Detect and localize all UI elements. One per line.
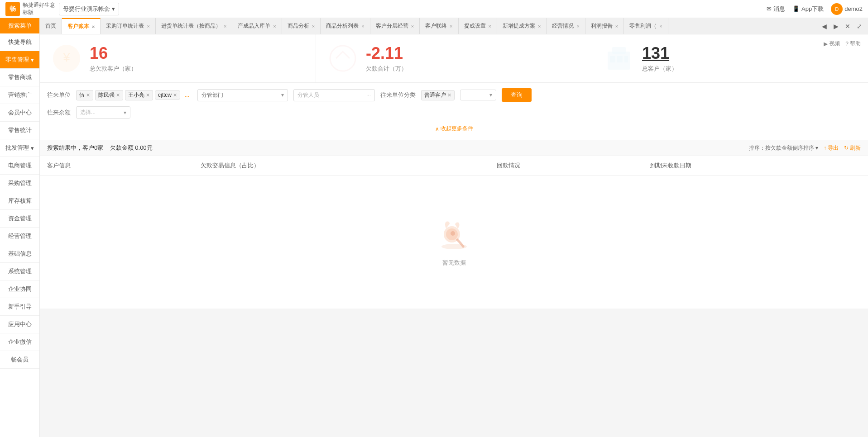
filter-person-input[interactable]: 分管人员 ··· bbox=[293, 89, 375, 101]
query-button[interactable]: 查询 bbox=[502, 88, 532, 102]
tab-close-promotion-settings[interactable]: × bbox=[489, 24, 491, 29]
tab-customer-tier[interactable]: 客户分层经营× bbox=[370, 18, 420, 34]
sort-btn[interactable]: 排序：按欠款金额倒序排序 ▾ bbox=[749, 144, 818, 152]
video-helper-btn[interactable]: ▶ 视频 bbox=[824, 40, 840, 48]
sidebar-item-purchase-mgmt[interactable]: 采购管理 bbox=[0, 175, 39, 192]
tab-prev-btn[interactable]: ◀ bbox=[819, 21, 829, 31]
sidebar-item-vip-member[interactable]: 畅会员 bbox=[0, 351, 39, 369]
tab-customer-contact[interactable]: 客户联络× bbox=[420, 18, 458, 34]
tab-close-business-status[interactable]: × bbox=[576, 24, 579, 29]
quick-nav-label: 快捷导航 bbox=[8, 38, 32, 46]
filter-dept-select[interactable]: 分管部门 ▾ bbox=[197, 89, 288, 101]
logo-icon: 畅 bbox=[5, 2, 20, 16]
results-actions: 排序：按欠款金额倒序排序 ▾ ↑ 导出 ↻ 刷新 bbox=[749, 144, 861, 152]
stat-text-customers: 16 总欠款客户（家） bbox=[90, 44, 137, 73]
tab-close-customer-account[interactable]: × bbox=[92, 24, 95, 29]
collapse-icon: ∧ bbox=[435, 126, 439, 132]
stats-row: ¥ 16 总欠款客户（家） bbox=[40, 34, 868, 83]
sidebar-item-app-center[interactable]: 应用中心 bbox=[0, 316, 39, 333]
tab-purchase-orders[interactable]: 采购订单统计表× bbox=[101, 18, 155, 34]
sidebar-item-wholesale-mgmt[interactable]: 批发管理▾ bbox=[0, 139, 39, 157]
help-helper-label: 帮助 bbox=[850, 40, 861, 48]
tab-product-analysis-list[interactable]: 商品分析列表× bbox=[321, 18, 370, 34]
export-icon: ↑ bbox=[824, 145, 826, 151]
tab-retail-profit[interactable]: 零售利润（× bbox=[624, 18, 668, 34]
tab-product-analysis[interactable]: 商品分析× bbox=[282, 18, 321, 34]
sidebar-item-retail-mall[interactable]: 零售商城 bbox=[0, 69, 39, 86]
filter-tag-normal-remove[interactable]: ✕ bbox=[447, 92, 451, 98]
app-download-btn[interactable]: 📱 App下载 bbox=[792, 5, 824, 13]
help-icon: ? bbox=[845, 41, 849, 47]
tab-stock-stats[interactable]: 进货单统计表（按商品）× bbox=[156, 18, 232, 34]
filter-tag-wang-remove[interactable]: ✕ bbox=[146, 92, 150, 98]
stat-helpers: ▶ 视频 ? 帮助 bbox=[824, 40, 861, 48]
col-debt-info: 欠款交易信息（占比） bbox=[193, 156, 489, 176]
more-tags-btn[interactable]: ... bbox=[182, 91, 192, 99]
sidebar-search-label: 搜索菜单 bbox=[8, 22, 32, 29]
tab-label-product-analysis-list: 商品分析列表 bbox=[326, 22, 359, 30]
tab-profit-report[interactable]: 利润报告× bbox=[585, 18, 624, 34]
tab-label-add-achievement: 新增提成方案 bbox=[503, 22, 535, 30]
sidebar-item-enterprise-coop[interactable]: 企业协同 bbox=[0, 280, 39, 298]
messages-btn[interactable]: ✉ 消息 bbox=[767, 5, 785, 13]
tab-close-product-analysis-list[interactable]: × bbox=[361, 24, 364, 29]
help-helper-btn[interactable]: ? 帮助 bbox=[845, 40, 861, 48]
tab-close-purchase-orders[interactable]: × bbox=[147, 24, 149, 29]
tab-fullscreen-btn[interactable]: ⤢ bbox=[854, 21, 864, 31]
filter-tag-wang-label: 王小亮 bbox=[128, 91, 144, 99]
empty-icon bbox=[436, 217, 472, 253]
svg-point-11 bbox=[451, 231, 455, 236]
tab-home[interactable]: 首页 bbox=[40, 18, 62, 34]
sidebar-item-new-guide[interactable]: 新手引导 bbox=[0, 298, 39, 316]
sidebar-item-ecom-mgmt[interactable]: 电商管理 bbox=[0, 157, 39, 175]
tab-close-cost-entry[interactable]: × bbox=[273, 24, 276, 29]
sidebar-item-member-center[interactable]: 会员中心 bbox=[0, 104, 39, 122]
filter-tag-cj-remove[interactable]: ✕ bbox=[173, 92, 177, 98]
sidebar-item-inventory[interactable]: 库存核算 bbox=[0, 192, 39, 210]
results-info: 搜索结果中，客户0家 欠款金额 0.00元 bbox=[47, 144, 153, 152]
filter-tag-wu-remove[interactable]: ✕ bbox=[86, 92, 90, 98]
top-bar-right: ✉ 消息 📱 App下载 D demo2 bbox=[767, 3, 863, 15]
filter-tag-chen-remove[interactable]: ✕ bbox=[116, 92, 120, 98]
tab-cost-entry[interactable]: 产成品入库单× bbox=[232, 18, 282, 34]
sidebar-quick-nav[interactable]: 快捷导航 bbox=[0, 33, 39, 51]
empty-state: 暂无数据 bbox=[47, 181, 861, 303]
sidebar-item-finance-mgmt[interactable]: 资金管理 bbox=[0, 210, 39, 228]
tab-customer-account[interactable]: 客户账本× bbox=[62, 18, 101, 34]
tab-promotion-settings[interactable]: 提成设置× bbox=[459, 18, 497, 34]
sidebar-item-basic-info[interactable]: 基础信息 bbox=[0, 245, 39, 263]
workspace-selector[interactable]: 母婴行业演示帐套 ▾ bbox=[59, 3, 119, 15]
tab-next-btn[interactable]: ▶ bbox=[831, 21, 841, 31]
tab-close-retail-profit[interactable]: × bbox=[659, 24, 662, 29]
tab-list: 首页客户账本×采购订单统计表×进货单统计表（按商品）×产成品入库单×商品分析×商… bbox=[40, 18, 815, 34]
video-helper-label: 视频 bbox=[829, 40, 840, 48]
collapse-btn[interactable]: ∧ 收起更多条件 bbox=[435, 125, 473, 133]
sidebar-item-retail-mgmt[interactable]: 零售管理▾ bbox=[0, 51, 39, 69]
filter-category-dropdown[interactable]: ▾ bbox=[460, 90, 496, 100]
filter-balance-select[interactable]: 选择... ▾ bbox=[76, 106, 130, 119]
sidebar-search-btn[interactable]: 搜索菜单 bbox=[0, 18, 39, 33]
refresh-btn[interactable]: ↻ 刷新 bbox=[844, 144, 861, 152]
tab-close-product-analysis[interactable]: × bbox=[312, 24, 315, 29]
empty-text: 暂无数据 bbox=[442, 259, 466, 267]
user-area[interactable]: D demo2 bbox=[831, 3, 863, 15]
filter-balance-placeholder: 选择... bbox=[80, 109, 96, 116]
filter-tag-cj-label: cjttcw bbox=[158, 92, 172, 98]
empty-state-cell: 暂无数据 bbox=[40, 176, 868, 309]
tab-add-achievement[interactable]: 新增提成方案× bbox=[497, 18, 547, 34]
sidebar-item-sys-mgmt[interactable]: 系统管理 bbox=[0, 263, 39, 280]
tab-close-customer-contact[interactable]: × bbox=[450, 24, 452, 29]
tab-close-all-btn[interactable]: ✕ bbox=[843, 21, 853, 31]
tab-label-home: 首页 bbox=[45, 22, 56, 30]
sidebar-item-marketing[interactable]: 营销推广 bbox=[0, 86, 39, 104]
tab-close-stock-stats[interactable]: × bbox=[224, 24, 226, 29]
sidebar-item-enterprise-wechat[interactable]: 企业微信 bbox=[0, 333, 39, 351]
sidebar-item-retail-stats[interactable]: 零售统计 bbox=[0, 122, 39, 139]
sidebar-item-ops-mgmt[interactable]: 经营管理 bbox=[0, 228, 39, 245]
tab-close-profit-report[interactable]: × bbox=[615, 24, 618, 29]
tab-business-status[interactable]: 经营情况× bbox=[547, 18, 585, 34]
export-btn[interactable]: ↑ 导出 bbox=[824, 144, 839, 152]
tab-close-add-achievement[interactable]: × bbox=[538, 24, 541, 29]
tab-close-customer-tier[interactable]: × bbox=[411, 24, 414, 29]
filter-tag-wang: 王小亮 ✕ bbox=[125, 90, 153, 100]
